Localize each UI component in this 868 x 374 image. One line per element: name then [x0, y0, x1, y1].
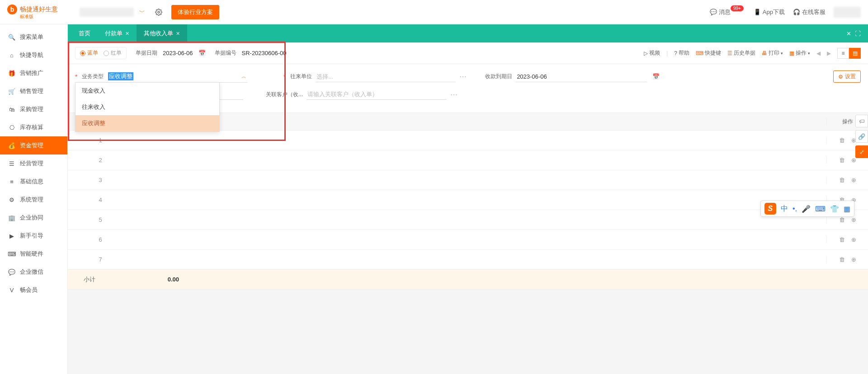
history-link[interactable]: ☰历史单据: [727, 49, 755, 57]
sidebar-item-home[interactable]: ⌂快捷导航: [0, 46, 67, 64]
sidebar-item-list[interactable]: ☰经营管理: [0, 154, 67, 173]
subtotal-label: 小计: [68, 276, 111, 284]
toolbar-actions: ▷视频 | ?帮助 ⌨快捷键 ☰历史单据 🖶打印▾ ▦操作▾ ◀ ▶ ≡ ▤: [644, 48, 861, 59]
doc-date-value[interactable]: 2023-06-06: [163, 50, 193, 56]
video-link[interactable]: ▷视频: [644, 49, 660, 57]
radio-blue[interactable]: 蓝单: [80, 49, 98, 57]
ime-toolbar: S 中 •, 🎤 ⌨ 👕 ▦: [760, 201, 854, 217]
message-icon: 💬: [710, 9, 717, 15]
ime-menu-icon[interactable]: ▦: [844, 205, 850, 213]
table-row[interactable]: 5🗑⊕: [68, 210, 868, 230]
assoc-customer-lookup-icon[interactable]: ⋯: [450, 90, 458, 99]
ime-lang[interactable]: 中: [781, 204, 788, 214]
sidebar-item-gift[interactable]: 🎁营销推广: [0, 64, 67, 82]
table-row[interactable]: 7🗑⊕: [68, 250, 868, 270]
sidebar-item-label: 经营管理: [20, 159, 43, 168]
due-date-input[interactable]: [516, 71, 647, 82]
rail-link-icon[interactable]: 🔗: [855, 130, 868, 143]
table-row[interactable]: 4🗑⊕: [68, 190, 868, 210]
rail-tag-icon[interactable]: 🏷: [855, 115, 868, 127]
sidebar-item-wallet[interactable]: 💰资金管理: [0, 136, 67, 154]
ime-voice-icon[interactable]: 🎤: [802, 205, 811, 213]
assoc-customer-input[interactable]: [307, 89, 447, 100]
sidebar-item-wechat[interactable]: 💬企业微信: [0, 263, 67, 281]
delete-row-icon[interactable]: 🗑: [839, 137, 845, 144]
wallet-icon: 💰: [8, 142, 15, 149]
ime-keyboard-icon[interactable]: ⌨: [815, 205, 826, 213]
prev-doc-icon[interactable]: ◀: [816, 50, 821, 56]
sidebar-item-gear[interactable]: ⚙系统管理: [0, 191, 67, 209]
close-icon[interactable]: ✕: [125, 31, 129, 37]
biz-type-option[interactable]: 往来收入: [75, 99, 219, 115]
biz-type-field: * 业务类型 应收调整 ︿ 现金收入往来收入应收调整: [75, 70, 247, 83]
table-row[interactable]: 2🗑⊕: [68, 150, 868, 170]
sidebar-item-box[interactable]: ⎔库存核算: [0, 118, 67, 136]
sidebar-item-vip[interactable]: V畅会员: [0, 281, 67, 299]
table-row[interactable]: 3🗑⊕: [68, 170, 868, 190]
add-row-icon[interactable]: ⊕: [851, 177, 856, 183]
app-download-link[interactable]: 📱 App下载: [754, 8, 785, 16]
partner-input[interactable]: [316, 71, 456, 82]
sidebar-item-robot[interactable]: ⌨智能硬件: [0, 245, 67, 263]
settings-icon[interactable]: [155, 9, 162, 16]
radio-red[interactable]: 红单: [104, 49, 122, 57]
gear-icon: ⚙: [838, 74, 843, 80]
table-row[interactable]: 6🗑⊕: [68, 230, 868, 250]
robot-icon: ⌨: [8, 250, 15, 257]
view-list-button[interactable]: ≡: [837, 48, 849, 59]
operate-link[interactable]: ▦操作▾: [789, 49, 810, 57]
form-settings-button[interactable]: ⚙ 设置: [833, 70, 861, 83]
org-selector[interactable]: ﹀: [80, 8, 151, 17]
trial-industry-button[interactable]: 体验行业方案: [171, 5, 219, 19]
rail-expand-icon[interactable]: ⤢: [855, 145, 868, 158]
tab-close-all-icon[interactable]: ✕: [846, 30, 851, 37]
building-icon: 🏢: [8, 214, 15, 221]
calendar-icon[interactable]: 📅: [198, 50, 206, 56]
tab-首页[interactable]: 首页: [71, 24, 98, 42]
guide-icon: ▶: [8, 232, 15, 239]
biz-type-option[interactable]: 现金收入: [75, 83, 219, 99]
sidebar-item-label: 新手引导: [20, 232, 43, 240]
tab-付款单[interactable]: 付款单✕: [98, 24, 137, 42]
chevron-up-icon: ︿: [241, 73, 246, 80]
search-icon: 🔍: [8, 33, 15, 41]
close-icon[interactable]: ✕: [176, 31, 180, 37]
chevron-down-icon: ▾: [781, 51, 783, 56]
help-link[interactable]: ?帮助: [674, 49, 689, 57]
next-doc-icon[interactable]: ▶: [827, 50, 831, 56]
view-card-button[interactable]: ▤: [849, 48, 861, 59]
add-row-icon[interactable]: ⊕: [851, 256, 856, 263]
delete-row-icon[interactable]: 🗑: [839, 157, 845, 164]
sidebar-item-guide[interactable]: ▶新手引导: [0, 227, 67, 245]
tab-expand-icon[interactable]: ⛶: [855, 30, 861, 37]
assoc-customer-label: 关联客户（收...: [266, 91, 303, 98]
sidebar-item-db[interactable]: ≡基础信息: [0, 173, 67, 191]
delete-row-icon[interactable]: 🗑: [839, 216, 845, 223]
add-row-icon[interactable]: ⊕: [851, 216, 856, 223]
tab-其他收入单[interactable]: 其他收入单✕: [137, 24, 187, 42]
shortcut-link[interactable]: ⌨快捷键: [696, 49, 721, 57]
list-icon: ☰: [8, 160, 15, 167]
partner-lookup-icon[interactable]: ⋯: [459, 72, 467, 81]
add-row-icon[interactable]: ⊕: [851, 236, 856, 243]
biz-type-dropdown[interactable]: 应收调整 ︿: [107, 70, 247, 83]
sidebar-item-cart[interactable]: 🛒销售管理: [0, 82, 67, 100]
print-link[interactable]: 🖶打印▾: [762, 49, 783, 57]
biz-type-option[interactable]: 应收调整: [75, 115, 219, 131]
user-avatar[interactable]: [834, 7, 861, 18]
messages-link[interactable]: 💬 消息 99+: [710, 8, 745, 16]
ime-skin-icon[interactable]: 👕: [830, 205, 839, 213]
table-row[interactable]: 1🗑⊕: [68, 131, 868, 150]
sidebar-item-bag[interactable]: 🛍采购管理: [0, 100, 67, 118]
delete-row-icon[interactable]: 🗑: [839, 236, 845, 243]
sidebar-item-building[interactable]: 🏢企业协同: [0, 209, 67, 227]
sidebar-item-label: 智能硬件: [20, 250, 43, 258]
online-service-link[interactable]: 🎧 在线客服: [793, 8, 826, 16]
calendar-icon[interactable]: 📅: [652, 73, 660, 80]
delete-row-icon[interactable]: 🗑: [839, 256, 845, 263]
ime-punct-icon[interactable]: •,: [793, 205, 797, 213]
sidebar-item-search[interactable]: 🔍搜索菜单: [0, 28, 67, 46]
ime-logo-icon[interactable]: S: [764, 203, 776, 215]
delete-row-icon[interactable]: 🗑: [839, 177, 845, 183]
history-icon: ☰: [727, 50, 732, 56]
